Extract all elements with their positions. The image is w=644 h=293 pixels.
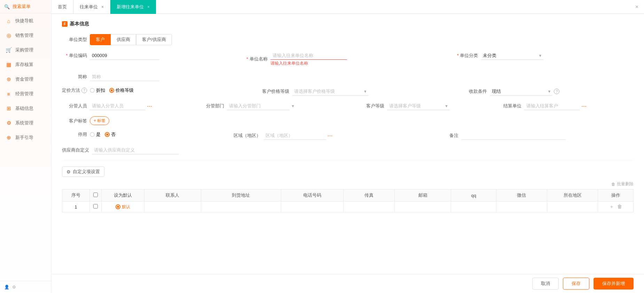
row-region-input[interactable] (560, 204, 585, 210)
col-address: 到货地址 (201, 189, 281, 202)
payment-terms-help[interactable]: ? (554, 89, 559, 94)
row-fax-input[interactable] (357, 204, 381, 210)
cancel-button[interactable]: 取消 (532, 278, 559, 290)
sidebar-label-purchase: 采购管理 (15, 47, 33, 53)
col-wechat: 微信 (496, 189, 547, 202)
sidebar-item-operation[interactable]: ≡ 经营管理 (0, 87, 51, 101)
department-input[interactable] (227, 102, 290, 110)
sidebar-item-system[interactable]: ⚙ 系统管理 (0, 116, 51, 130)
pricing-discount-radio[interactable] (90, 88, 95, 93)
disabled-yes[interactable]: 是 (90, 131, 101, 138)
sidebar-item-sales[interactable]: ◎ 销售管理 (0, 28, 51, 43)
unit-category-select[interactable]: 未分类 (481, 51, 543, 60)
pricing-price-level-radio[interactable] (109, 88, 114, 93)
row-qq-input[interactable] (463, 204, 484, 210)
department-chevron: ▼ (291, 104, 295, 108)
table-row: 1 默认 (62, 202, 634, 212)
tab-partner-close[interactable]: × (101, 5, 104, 9)
col-default: 设为默认 (101, 189, 144, 202)
row-delete-icon[interactable]: 🗑 (617, 204, 622, 209)
pricing-discount[interactable]: 折扣 (90, 87, 105, 93)
contact-table: 序号 设为默认 联系人 到货地址 电话号码 传真 邮箱 qq 微信 所在地区 操… (62, 189, 634, 212)
unit-category-group: 单位分类 未分类 ▼ (453, 51, 634, 60)
unit-type-both[interactable]: 客户/供应商 (136, 34, 172, 45)
customer-price-level-select[interactable]: 请选择客户价格等级 (292, 87, 369, 96)
manager-group: 分管人员 ··· (62, 102, 199, 110)
alias-input[interactable] (90, 73, 159, 81)
row-add-icon[interactable]: ＋ (609, 204, 614, 209)
tab-new-partner-label: 新增往来单位 (117, 4, 144, 10)
disabled-no-label: 否 (111, 131, 116, 138)
row-default-radio-label[interactable]: 默认 (104, 204, 141, 210)
main-area: 首页 往来单位 × 新增往来单位 × × F 基本信息 单位类型 客户 供应商 (52, 0, 644, 293)
custom-settings-button[interactable]: ⚙ 自定义项设置 (62, 166, 104, 177)
save-and-new-button[interactable]: 保存并新增 (594, 278, 634, 290)
sidebar-label-basic: 基础信息 (15, 105, 33, 112)
settlement-unit-input[interactable] (524, 102, 580, 110)
sidebar-item-basic[interactable]: ⊞ 基础信息 (0, 101, 51, 116)
row-default-radio[interactable] (116, 204, 120, 209)
unit-type-supplier[interactable]: 供应商 (111, 34, 136, 45)
settlement-unit-label: 结算单位 (496, 103, 524, 109)
row-phone-input[interactable] (297, 204, 328, 210)
disabled-no-radio[interactable] (105, 132, 110, 137)
region-more-btn[interactable]: ··· (326, 132, 334, 139)
sidebar-search[interactable]: 🔍 搜索菜单 (0, 0, 51, 14)
unit-category-label: 单位分类 (453, 52, 481, 59)
tab-partner[interactable]: 往来单位 × (73, 0, 110, 14)
add-tag-label: + 标签 (94, 118, 105, 124)
tab-home-label: 首页 (58, 4, 67, 10)
form-content: F 基本信息 单位类型 客户 供应商 客户/供应商 单位编码 单位名称 (52, 14, 644, 293)
settlement-unit-wrapper: ··· (524, 102, 588, 110)
customer-level-select[interactable]: 请选择客户等级 (387, 102, 450, 110)
row-qq (451, 202, 496, 212)
basic-icon: ⊞ (6, 105, 12, 112)
manager-row: 分管人员 ··· 分管部门 ▼ 客户等级 请选择客户等级 (62, 102, 634, 110)
purchase-icon: 🛒 (6, 47, 12, 53)
sidebar-item-inventory[interactable]: ▦ 库存核算 (0, 57, 51, 72)
pricing-help-icon[interactable]: ? (81, 88, 87, 93)
region-input[interactable] (264, 131, 326, 140)
col-fax: 传真 (344, 189, 394, 202)
manager-input[interactable] (90, 102, 146, 110)
remark-input[interactable] (461, 131, 566, 140)
customer-price-level-wrapper: 请选择客户价格等级 ▼ (292, 87, 369, 96)
sidebar-user-icon: 👤 (4, 285, 9, 290)
unit-type-customer[interactable]: 客户 (90, 34, 111, 45)
disabled-yes-radio[interactable] (90, 132, 95, 137)
sidebar-item-quick-nav[interactable]: ⌂ 快捷导航 (0, 14, 51, 28)
sidebar-label-inventory: 库存核算 (15, 62, 33, 68)
sidebar-item-purchase[interactable]: 🛒 采购管理 (0, 43, 51, 57)
row-email-input[interactable] (409, 204, 437, 210)
add-tag-button[interactable]: + 标签 (90, 116, 109, 125)
divider (62, 161, 634, 161)
gear-icon: ⚙ (66, 169, 71, 174)
row-wechat-input[interactable] (509, 204, 534, 210)
settlement-unit-group: 结算单位 ··· (496, 102, 634, 110)
tab-new-partner-close[interactable]: × (147, 5, 150, 9)
supplier-custom-label: 供应商自定义 (62, 147, 92, 153)
row-address-input[interactable] (220, 204, 262, 210)
customer-price-level-label: 客户价格等级 (262, 88, 292, 95)
batch-delete-label[interactable]: 批量删除 (617, 181, 634, 187)
sidebar: 🔍 搜索菜单 ⌂ 快捷导航 ◎ 销售管理 🛒 采购管理 ▦ 库存核算 ⊛ 资金管… (0, 0, 52, 293)
settlement-unit-more[interactable]: ··· (580, 103, 588, 109)
save-button[interactable]: 保存 (563, 278, 589, 290)
unit-name-input[interactable] (270, 51, 347, 60)
supplier-custom-input[interactable] (92, 146, 179, 154)
tab-home[interactable]: 首页 (52, 0, 73, 14)
disabled-no[interactable]: 否 (105, 131, 116, 138)
row-checkbox[interactable] (93, 204, 98, 209)
select-all-checkbox[interactable] (93, 193, 98, 197)
tab-new-partner[interactable]: 新增往来单位 × (110, 0, 156, 14)
pricing-price-level[interactable]: 价格等级 (109, 87, 134, 93)
payment-terms-select[interactable]: 现结 (490, 87, 552, 96)
unit-code-input[interactable] (90, 51, 159, 60)
close-all-tabs[interactable]: × (630, 4, 644, 10)
department-group: 分管部门 ▼ (199, 102, 359, 110)
row-contact-input[interactable] (159, 204, 187, 210)
table-header-row: 序号 设为默认 联系人 到货地址 电话号码 传真 邮箱 qq 微信 所在地区 操… (62, 189, 634, 202)
sidebar-item-guide[interactable]: ⊕ 新手引导 (0, 130, 51, 145)
manager-more-btn[interactable]: ··· (146, 103, 154, 109)
sidebar-item-finance[interactable]: ⊛ 资金管理 (0, 72, 51, 87)
